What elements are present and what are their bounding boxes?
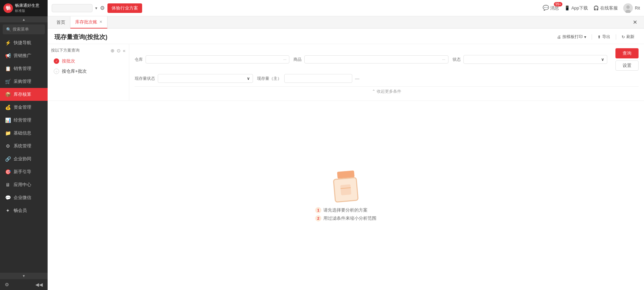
stock-qty-field: 现存量（主） —	[257, 74, 359, 83]
sidebar-item-member[interactable]: ✦ 畅会员	[0, 204, 48, 217]
purchase-icon: 🛒	[5, 78, 11, 85]
sidebar-item-label: 经营管理	[14, 117, 31, 123]
sidebar-item-purchase[interactable]: 🛒 采购管理	[0, 75, 48, 88]
warehouse-input[interactable]: ···	[146, 55, 289, 64]
tab-close-icon[interactable]: ✕	[99, 20, 102, 24]
newbie-icon: 🎯	[5, 169, 11, 175]
message-button[interactable]: 💬 99+ 消息	[543, 5, 559, 11]
stock-qty-min-input[interactable]	[284, 74, 352, 83]
collapse-sidebar-icon[interactable]: ◀◀	[35, 282, 43, 287]
stock-status-select[interactable]: ∨	[158, 74, 253, 83]
filter-actions: 查询 设置	[611, 48, 639, 71]
empty-box	[333, 177, 359, 203]
collapse-filters-button[interactable]: ⌃ 收起更多条件	[135, 86, 639, 96]
tab-home-label: 首页	[56, 19, 65, 25]
sidebar-item-inventory[interactable]: 📦 库存核算	[0, 88, 48, 101]
app-download-button[interactable]: 📱 App下载	[564, 5, 588, 11]
step-2-number: 2	[315, 215, 321, 221]
scroll-up-arrow[interactable]: ▲	[0, 16, 48, 22]
refresh-button[interactable]: ↻ 刷新	[619, 33, 637, 41]
tab-batch-inventory[interactable]: 库存批次账 ✕	[70, 16, 107, 29]
settings-plan-icon[interactable]: ⊙	[117, 48, 121, 53]
export-icon: ⬆	[597, 35, 601, 39]
page-header: 现存量查询(按批次) 🖨 按模板打印 ▾ ⬆ 导出 ↻ 刷新	[48, 29, 644, 44]
sidebar-item-label: 应用中心	[14, 182, 31, 188]
sidebar-item-operations[interactable]: 📊 经营管理	[0, 114, 48, 127]
sidebar-search-item[interactable]: 🔍 搜索菜单	[3, 24, 45, 34]
plan-inactive-dot: ○	[54, 69, 59, 74]
sales-icon: 📋	[5, 66, 11, 72]
divider	[592, 34, 592, 40]
close-all-tabs-icon[interactable]: ✕	[633, 19, 637, 25]
sidebar-item-shortcut[interactable]: ⚡ 快捷导航	[0, 36, 48, 49]
status-select[interactable]: ∨	[463, 55, 607, 64]
add-plan-icon[interactable]: ⊕	[111, 48, 115, 53]
right-filter: 仓库 ··· 商品 ··· 状态	[129, 44, 644, 101]
product-label: 商品	[293, 57, 302, 62]
left-panel-icons: ⊕ ⊙ «	[111, 48, 125, 53]
search-icon: 🔍	[6, 27, 11, 32]
stock-status-dropdown-icon: ∨	[247, 76, 250, 81]
print-dropdown-icon[interactable]: ▾	[584, 35, 586, 39]
sidebar-item-basic[interactable]: 📁 基础信息	[0, 127, 48, 140]
query-button[interactable]: 查询	[615, 48, 639, 58]
trial-button[interactable]: 体验行业方案	[107, 3, 142, 13]
filter-row-1: 仓库 ··· 商品 ··· 状态	[135, 48, 639, 71]
sidebar-item-label: 快捷导航	[14, 40, 31, 46]
qty-dash: —	[355, 76, 359, 81]
sidebar-item-appstore[interactable]: 🖥 应用中心	[0, 178, 48, 191]
enterprise-icon: 🔗	[5, 156, 11, 162]
empty-step-2: 2 用过滤条件来缩小分析范围	[315, 215, 376, 221]
settings-footer-icon[interactable]: ⚙	[5, 282, 9, 287]
app-subtitle: 标准版	[15, 8, 39, 13]
topbar-right: 💬 99+ 消息 📱 App下载 🎧 在线客服 Rit	[543, 3, 640, 13]
shortcut-icon: ⚡	[5, 40, 11, 46]
sidebar-item-system[interactable]: ⚙ 系统管理	[0, 140, 48, 152]
warehouse-more-icon[interactable]: ···	[283, 57, 286, 61]
sidebar-item-label: 新手引导	[14, 169, 31, 175]
product-more-icon[interactable]: ···	[442, 57, 445, 61]
online-service-button[interactable]: 🎧 在线客服	[593, 5, 618, 11]
sidebar-item-sales[interactable]: 📋 销售管理	[0, 62, 48, 75]
plan-active-dot: ✓	[54, 58, 59, 64]
basic-icon: 📁	[5, 130, 11, 136]
inventory-icon: 📦	[5, 91, 11, 97]
plan-by-batch-label: 按批次	[62, 58, 75, 64]
product-input[interactable]: ···	[304, 55, 448, 64]
collapse-panel-icon[interactable]: «	[123, 48, 125, 53]
main-area: ▾ ⚙ 体验行业方案 💬 99+ 消息 📱 App下载 🎧 在线客服 Ri	[48, 0, 644, 290]
warehouse-field: 仓库 ···	[135, 55, 289, 64]
finance-icon: 💰	[5, 104, 11, 110]
sidebar-item-label: 畅会员	[14, 207, 27, 214]
plan-item-by-batch[interactable]: ✓ 按批次	[51, 56, 125, 66]
plan-item-by-warehouse-batch[interactable]: ○ 按仓库+批次	[51, 66, 125, 76]
topbar-search-input[interactable]	[52, 4, 92, 12]
sidebar-item-marketing[interactable]: 📢 营销推广	[0, 49, 48, 62]
topbar-gear-icon[interactable]: ⚙	[100, 5, 105, 11]
app-title: 畅康通好生意	[15, 3, 39, 8]
app-download-label: App下载	[571, 5, 588, 11]
topbar: ▾ ⚙ 体验行业方案 💬 99+ 消息 📱 App下载 🎧 在线客服 Ri	[48, 0, 644, 16]
sidebar-item-newbie[interactable]: 🎯 新手引导	[0, 165, 48, 178]
sidebar: 畅 畅康通好生意 标准版 ▲ 🔍 搜索菜单 ⚡ 快捷导航 📢 营销推广 📋 销售…	[0, 0, 48, 290]
sidebar-item-label: 资金管理	[14, 104, 31, 110]
settings-button[interactable]: 设置	[615, 60, 639, 71]
topbar-dropdown-button[interactable]: ▾	[95, 6, 97, 11]
status-field: 状态 ∨	[453, 55, 607, 64]
svg-rect-3	[340, 184, 352, 195]
sidebar-item-enterprise[interactable]: 🔗 企业协同	[0, 152, 48, 165]
message-icon: 💬	[543, 5, 549, 11]
status-label: 状态	[453, 57, 461, 62]
scroll-down-arrow[interactable]: ▼	[0, 273, 48, 279]
warehouse-label: 仓库	[135, 57, 143, 62]
sidebar-item-wechat[interactable]: 💬 企业微信	[0, 191, 48, 204]
sidebar-footer: ⚙ ◀◀	[0, 279, 48, 290]
empty-step-1: 1 请先选择要分析的方案	[315, 207, 376, 213]
appstore-icon: 🖥	[5, 182, 11, 188]
user-profile[interactable]: Rit	[623, 3, 640, 13]
export-button[interactable]: ⬆ 导出	[595, 33, 613, 41]
tab-home[interactable]: 首页	[52, 16, 70, 29]
plan-by-warehouse-batch-label: 按仓库+批次	[62, 68, 87, 74]
print-button[interactable]: 🖨 按模板打印 ▾	[554, 33, 589, 41]
sidebar-item-finance[interactable]: 💰 资金管理	[0, 101, 48, 114]
